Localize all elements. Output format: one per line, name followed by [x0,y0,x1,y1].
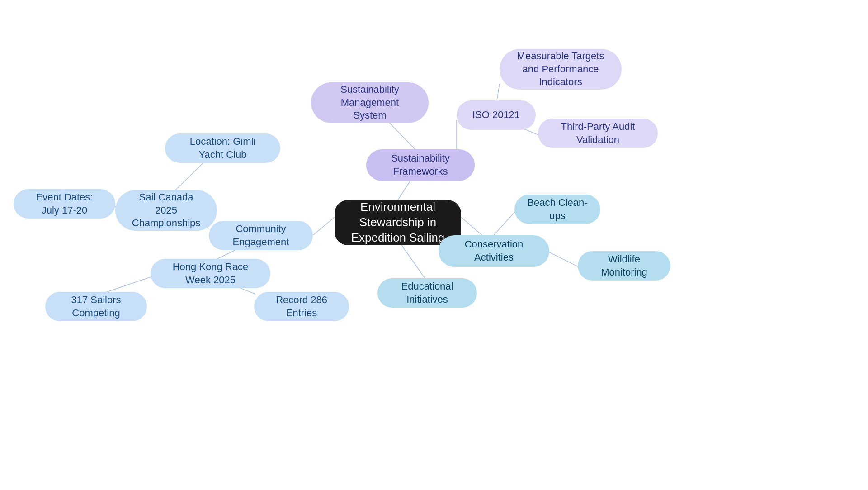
svg-line-15 [398,240,426,280]
measurable-targets-label: Measurable Targets and Performance Indic… [512,50,609,89]
svg-line-5 [313,217,335,235]
wildlife-node: Wildlife Monitoring [578,251,670,281]
hong-kong-label: Hong Kong Race Week 2025 [163,261,258,286]
community-engagement-node: Community Engagement [209,221,313,250]
iso20121-node: ISO 20121 [457,100,536,130]
location-gimli-node: Location: Gimli Yacht Club [165,133,280,163]
sailors-label: 317 Sailors Competing [58,294,134,319]
measurable-targets-node: Measurable Targets and Performance Indic… [500,49,622,90]
beach-cleanups-node: Beach Clean-ups [514,195,600,224]
record-entries-node: Record 286 Entries [254,292,349,321]
conservation-label: Conservation Activities [451,238,537,264]
center-node: Environmental Stewardship in Expedition … [335,200,461,245]
third-party-label: Third-Party Audit Validation [551,120,645,146]
wildlife-label: Wildlife Monitoring [590,253,658,279]
iso20121-label: ISO 20121 [472,109,520,122]
sustainability-frameworks-node: Sustainability Frameworks [366,149,475,181]
svg-line-14 [547,251,579,267]
event-dates-node: Event Dates: July 17-20 [14,189,115,219]
sustainability-management-label: Sustainability Management System [324,83,416,122]
center-label: Environmental Stewardship in Expedition … [347,200,448,245]
event-dates-label: Event Dates: July 17-20 [26,191,103,217]
svg-line-10 [100,276,154,294]
sustainability-frameworks-label: Sustainability Frameworks [379,152,462,178]
svg-line-13 [493,211,515,236]
sail-canada-node: Sail Canada 2025 Championships [115,190,217,231]
conservation-node: Conservation Activities [439,235,549,267]
location-gimli-label: Location: Gimli Yacht Club [178,135,268,161]
beach-cleanups-label: Beach Clean-ups [527,196,588,222]
educational-node: Educational Initiatives [377,278,477,308]
hong-kong-node: Hong Kong Race Week 2025 [151,259,270,288]
sail-canada-label: Sail Canada 2025 Championships [128,191,204,230]
sailors-node: 317 Sailors Competing [45,292,147,321]
community-engagement-label: Community Engagement [222,223,300,248]
record-entries-label: Record 286 Entries [267,294,336,319]
educational-label: Educational Initiatives [390,280,464,306]
sustainability-management-node: Sustainability Management System [311,82,429,123]
third-party-node: Third-Party Audit Validation [538,119,658,148]
